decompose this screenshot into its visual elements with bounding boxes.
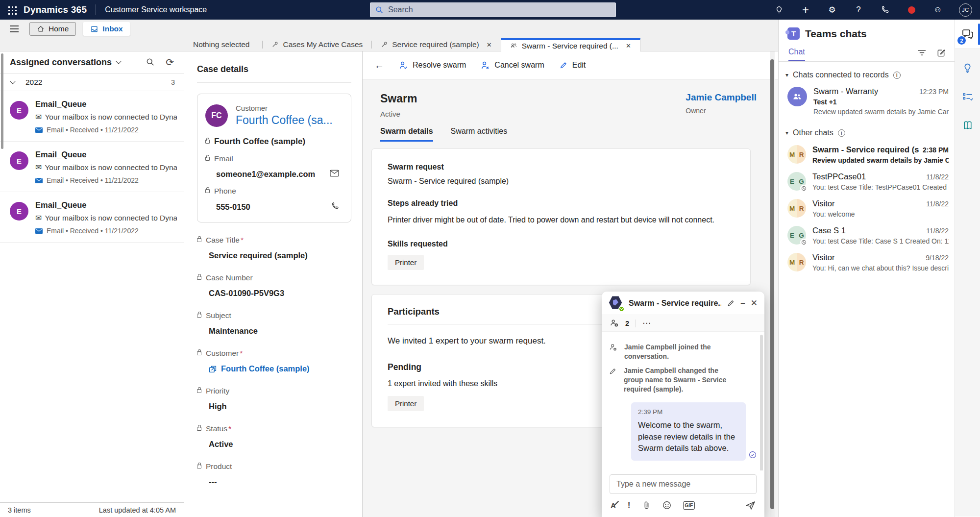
people-add-icon[interactable] [610, 319, 619, 327]
tab-service-required[interactable]: Service required (sample) ✕ [372, 38, 500, 51]
section-other-chats[interactable]: ▾ Other chats i [779, 116, 955, 137]
person-x-icon [481, 61, 490, 70]
conversation-item[interactable]: E Email_Queue ✉Your mailbox is now conne… [0, 192, 184, 243]
conversations-filter-dropdown[interactable]: Assigned conversations [10, 57, 121, 68]
topbar-actions: + ⚙ ? ☺ JC [774, 3, 980, 17]
global-search-input[interactable] [388, 5, 611, 14]
send-message-icon[interactable] [745, 501, 756, 510]
teams-logo-icon: T [787, 27, 800, 40]
search-icon[interactable] [146, 58, 155, 67]
scrollbar[interactable] [760, 335, 763, 470]
smart-assist-lightbulb-icon[interactable] [962, 63, 973, 74]
other-chat-item[interactable]: MR Swarm - Service required (s... 2:38 P… [779, 137, 955, 164]
attach-paperclip-icon[interactable] [642, 501, 651, 510]
field-label: Case Number [206, 273, 253, 282]
field-value-link[interactable]: Fourth Coffee (sample) [209, 364, 351, 373]
recording-indicator[interactable] [906, 4, 917, 15]
connected-chat-item[interactable]: Swarm - Warranty 12:23 PM Test +1 Review… [779, 79, 955, 116]
customer-name-link[interactable]: Fourth Coffee (sa... [236, 114, 333, 127]
scrollbar[interactable] [1, 53, 3, 149]
swarm-request-label: Swarm request [388, 163, 735, 172]
user-avatar[interactable]: JC [959, 3, 972, 17]
lock-icon [205, 189, 210, 193]
case-details-title: Case details [197, 64, 351, 74]
envelope-icon: ✉ [35, 112, 42, 122]
filter-icon[interactable] [917, 48, 927, 57]
conversation-meta: Email • Received • 11/21/2022 [47, 176, 139, 184]
required-marker: * [228, 424, 231, 433]
close-tab-icon[interactable]: ✕ [626, 42, 631, 49]
resolve-swarm-button[interactable]: Resolve swarm [399, 61, 466, 70]
tab-chat[interactable]: Chat [788, 48, 805, 61]
close-icon[interactable]: ✕ [751, 298, 758, 308]
tab-cases-my-active-cases[interactable]: Cases My Active Cases [263, 38, 371, 51]
field-value: --- [209, 477, 351, 487]
hamburger-menu-icon[interactable] [10, 28, 19, 29]
other-chat-item[interactable]: EG TestPPCase01 11/8/22 You: test Case T… [779, 164, 955, 191]
swarm-details-card: Swarm request Swarm - Service required (… [371, 148, 751, 285]
rename-pencil-icon[interactable] [727, 299, 735, 307]
other-chat-item[interactable]: MR Visitor 9/18/22 You: Hi, can we chat … [779, 245, 955, 272]
info-icon[interactable]: i [893, 72, 901, 79]
phone-value[interactable]: 555-0150 [216, 202, 250, 212]
tab-swarm-details[interactable]: Swarm details [380, 127, 433, 142]
chat-time: 11/8/22 [926, 200, 949, 208]
message-input[interactable] [610, 474, 757, 494]
chat-title: Swarm - Service required (s... [812, 145, 919, 154]
home-button[interactable]: Home [29, 22, 76, 36]
conversation-item[interactable]: E Email_Queue ✉Your mailbox is now conne… [0, 91, 184, 142]
field-label: Status [206, 424, 227, 433]
close-tab-icon[interactable]: ✕ [487, 41, 492, 49]
edit-button[interactable]: Edit [559, 61, 586, 70]
emoji-smiley-icon[interactable] [662, 501, 671, 510]
more-options-icon[interactable]: ⋯ [642, 318, 651, 328]
send-email-icon[interactable] [330, 170, 339, 179]
field-label: Customer [206, 349, 239, 358]
swarm-chat-avatar [609, 296, 623, 311]
owner-link[interactable]: Jamie Campbell [686, 92, 757, 103]
edit-label: Edit [572, 61, 586, 70]
conversation-item[interactable]: E Email_Queue ✉Your mailbox is now conne… [0, 142, 184, 192]
call-phone-icon[interactable] [331, 202, 339, 212]
home-label: Home [49, 25, 69, 33]
knowledge-book-icon[interactable] [962, 121, 973, 130]
tab-swarm-activities[interactable]: Swarm activities [451, 127, 508, 142]
other-chat-item[interactable]: EG Case S 1 11/8/22 You: test Case Title… [779, 218, 955, 245]
new-chat-compose-icon[interactable] [936, 48, 946, 57]
info-icon[interactable]: i [838, 129, 845, 137]
envelope-icon: ✉ [35, 163, 42, 172]
pane-icons [955, 49, 980, 517]
add-icon[interactable]: + [800, 4, 811, 15]
email-value[interactable]: someone1@example.com [216, 170, 315, 179]
phone-icon[interactable] [880, 4, 890, 15]
field-product: Product --- [197, 462, 351, 487]
scrollbar[interactable] [770, 59, 774, 509]
inbox-tab-button[interactable]: Inbox [83, 22, 130, 36]
priority-icon[interactable]: ! [628, 500, 631, 510]
section-chats-connected[interactable]: ▾ Chats connected to records i [779, 62, 955, 79]
waffle-icon[interactable] [7, 5, 17, 15]
teams-chat-pane-toggle[interactable]: 2 [955, 20, 980, 49]
feedback-smiley-icon[interactable]: ☺ [932, 4, 943, 15]
cancel-swarm-button[interactable]: Cancel swarm [481, 61, 544, 70]
brand-title[interactable]: Dynamics 365 [24, 4, 87, 15]
global-search[interactable] [370, 2, 616, 17]
lock-icon [197, 427, 201, 431]
settings-gear-icon[interactable]: ⚙ [827, 4, 837, 15]
back-icon[interactable]: ← [374, 60, 384, 71]
owner-label: Owner [686, 107, 757, 115]
minimize-icon[interactable]: – [740, 298, 745, 308]
home-icon [37, 25, 45, 33]
refresh-icon[interactable]: ⟳ [166, 56, 174, 68]
tab-swarm-service-required[interactable]: Swarm - Service required (... ✕ [501, 38, 640, 51]
other-chat-item[interactable]: MR Visitor 11/8/22 You: welcome [779, 191, 955, 218]
gif-icon[interactable]: GIF [683, 501, 695, 510]
lightbulb-icon[interactable] [774, 4, 784, 15]
skill-chip: Printer [388, 255, 424, 270]
agent-scripts-checklist-icon[interactable] [962, 92, 973, 102]
lock-icon [197, 389, 201, 393]
teams-chats-panel: T Teams chats Chat ▾ Chats connected to … [778, 20, 955, 517]
conversation-group-2022[interactable]: 2022 3 [0, 74, 184, 91]
help-icon[interactable]: ? [853, 4, 864, 15]
format-icon[interactable]: A [611, 501, 616, 510]
